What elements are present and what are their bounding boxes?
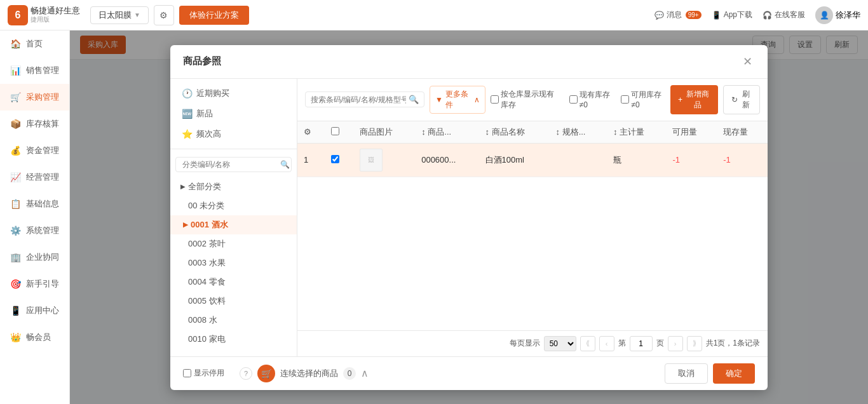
modal-overlay: 商品参照 ✕ 🕐 近期购买 🆕 (70, 30, 868, 404)
per-page-select[interactable]: 50 100 200 (544, 336, 576, 351)
row-checkbox[interactable] (325, 143, 353, 177)
checkbox-stock-nonzero-input[interactable] (569, 95, 578, 104)
home-icon: 🏠 (10, 39, 21, 49)
col-name[interactable]: ↕ 商品名称 (479, 121, 550, 144)
cat-item-00[interactable]: 00 未分类 (170, 196, 297, 215)
show-disabled-label: 显示停用 (194, 368, 224, 379)
headphone-icon: 🎧 (763, 11, 772, 20)
selected-label: 连续选择的商品 (280, 368, 338, 379)
checkbox-warehouse[interactable]: 按仓库显示现有库存 (491, 89, 562, 111)
sidebar-item-corp[interactable]: 🏢 企业协同 (0, 244, 69, 271)
nav-item-recent[interactable]: 🕐 近期购买 (175, 84, 292, 103)
sidebar-item-sales[interactable]: 📊 销售管理 (0, 57, 69, 84)
next-page-button[interactable]: › (668, 336, 683, 351)
sidebar-item-home[interactable]: 🏠 首页 (0, 30, 69, 57)
per-page-label: 每页显示 (510, 338, 540, 349)
finance-icon: 💰 (10, 145, 21, 156)
page-number-input[interactable] (630, 336, 653, 351)
cancel-button[interactable]: 取消 (665, 363, 708, 384)
cat-item-all-label: 全部分类 (188, 181, 221, 192)
col-stock: 现存量 (717, 121, 768, 144)
toolbar: 🔍 ▼ 更多条件 ∧ 按仓库显示现有库存 (297, 79, 768, 121)
sidebar-item-sales-label: 销售管理 (26, 65, 59, 76)
cat-item-0003[interactable]: 0003 水果 (170, 253, 297, 273)
cat-item-0005[interactable]: 0005 饮料 (170, 292, 297, 311)
corp-icon: 🏢 (10, 252, 21, 262)
sidebar-item-purchase[interactable]: 🛒 采购管理 (0, 84, 69, 111)
checkbox-available-nonzero[interactable]: 可用库存≠0 (621, 90, 665, 109)
cat-item-0002[interactable]: 0002 茶叶 (170, 234, 297, 253)
mobile-icon: 📱 (712, 11, 721, 20)
col-spec[interactable]: ↕ 规格... (550, 121, 607, 144)
sidebar-item-basic[interactable]: 📋 基础信息 (0, 191, 69, 217)
modal-close-button[interactable]: ✕ (740, 54, 755, 69)
table-row[interactable]: 1 🖼 000600... 白酒100ml 瓶 (297, 143, 768, 177)
col-image: 商品图片 (353, 121, 415, 144)
col-code[interactable]: ↕ 商品... (415, 121, 478, 144)
avatar-area[interactable]: 👤 徐泽华 (815, 6, 860, 24)
col-checkbox[interactable] (325, 121, 353, 144)
checkbox-warehouse-input[interactable] (491, 95, 499, 104)
cat-item-0010[interactable]: 0010 家电 (170, 330, 297, 349)
category-search[interactable]: 🔍 (175, 157, 292, 172)
collapse-arrow-icon[interactable]: ∧ (361, 367, 369, 379)
row-name: 白酒100ml (479, 143, 550, 177)
app-download-item[interactable]: 📱 App下载 (712, 10, 752, 20)
sidebar-item-system[interactable]: ⚙️ 系统管理 (0, 217, 69, 244)
cat-item-0001[interactable]: ▶ 0001 酒水 (170, 215, 297, 234)
content-area: 采购入库 查询 设置 刷新 商品参照 ✕ (70, 30, 868, 404)
sidebar-item-vip[interactable]: 👑 畅会员 (0, 324, 69, 351)
pagination: 每页显示 50 100 200 ⟪ ‹ 第 页 › (297, 330, 768, 356)
select-all-checkbox[interactable] (331, 127, 339, 135)
checkbox-stock-nonzero[interactable]: 现有库存≠0 (569, 90, 614, 109)
col-available: 可用量 (666, 121, 717, 144)
nav-selector-label: 日太阳膜 (98, 10, 132, 21)
category-search-input[interactable] (182, 160, 278, 169)
basic-icon: 📋 (10, 199, 21, 209)
first-page-button[interactable]: ⟪ (580, 336, 595, 351)
show-disabled-checkbox[interactable]: 显示停用 (183, 368, 224, 379)
sidebar-item-basic-label: 基础信息 (26, 198, 59, 210)
online-service-item[interactable]: 🎧 在线客服 (763, 10, 805, 20)
row-available: -1 (666, 143, 717, 177)
checkbox-available-nonzero-input[interactable] (621, 95, 629, 104)
sales-icon: 📊 (10, 65, 21, 76)
cat-item-0003-label: 0003 水果 (188, 257, 226, 269)
last-page-button[interactable]: ⟫ (687, 336, 702, 351)
cat-item-all[interactable]: ▶ 全部分类 (170, 177, 297, 196)
nav-item-new[interactable]: 🆕 新品 (175, 104, 292, 123)
sidebar-item-operation[interactable]: 📈 经营管理 (0, 164, 69, 191)
modal-footer: 显示停用 ? 🛒 连续选择的商品 0 ∧ 取消 确定 (170, 356, 768, 390)
main-layout: 🏠 首页 📊 销售管理 🛒 采购管理 📦 库存核算 💰 资金管理 📈 经营管理 … (0, 30, 868, 404)
nav-item-freq[interactable]: ⭐ 频次高 (175, 125, 292, 144)
cat-search-icon: 🔍 (280, 160, 290, 169)
trial-button[interactable]: 体验行业方案 (179, 6, 249, 25)
product-search-input[interactable] (311, 95, 406, 104)
sidebar-item-guide-label: 新手引导 (26, 278, 59, 290)
cart-icon[interactable]: 🛒 (257, 365, 275, 382)
sidebar-item-guide[interactable]: 🎯 新手引导 (0, 271, 69, 297)
messages-item[interactable]: 💬 消息 99+ (654, 10, 702, 20)
show-disabled-input[interactable] (183, 369, 191, 377)
refresh-button[interactable]: ↻ 刷新 (723, 85, 761, 114)
col-unit[interactable]: ↕ 主计量 (607, 121, 666, 144)
sidebar-item-apps[interactable]: 📱 应用中心 (0, 297, 69, 324)
product-search-box[interactable]: 🔍 (305, 91, 424, 107)
help-button[interactable]: ? (240, 367, 252, 380)
checkbox-stock-nonzero-label: 现有库存≠0 (580, 90, 614, 109)
add-product-button[interactable]: + 新增商品 (670, 85, 717, 114)
logo-text: 畅捷通好生意 (31, 6, 80, 16)
checkbox-filters: 按仓库显示现有库存 现有库存≠0 可用库存≠0 (491, 89, 665, 111)
cat-item-0008[interactable]: 0008 水 (170, 311, 297, 330)
confirm-button[interactable]: 确定 (713, 363, 755, 384)
cat-item-0004[interactable]: 0004 零食 (170, 273, 297, 292)
more-filter-button[interactable]: ▼ 更多条件 ∧ (430, 86, 485, 114)
nav-selector[interactable]: 日太阳膜 ▼ (90, 6, 149, 24)
col-settings[interactable]: ⚙ (297, 121, 325, 144)
sidebar-item-inventory[interactable]: 📦 库存核算 (0, 111, 69, 137)
gear-button[interactable]: ⚙ (154, 5, 174, 25)
sidebar-item-vip-label: 畅会员 (26, 332, 51, 343)
sidebar-item-finance[interactable]: 💰 资金管理 (0, 137, 69, 164)
prev-page-button[interactable]: ‹ (599, 336, 614, 351)
filter-arrow-icon: ∧ (474, 95, 480, 104)
